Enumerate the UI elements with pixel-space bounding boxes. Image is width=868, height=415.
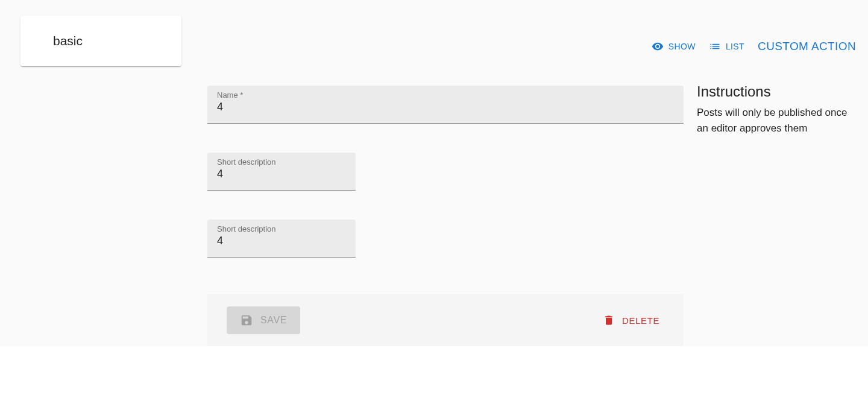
save-button[interactable]: Save xyxy=(227,306,300,334)
delete-button[interactable]: Delete xyxy=(598,311,664,330)
custom-action-button[interactable]: Custom Action xyxy=(753,36,861,57)
short-desc-field-wrap-1: Short description xyxy=(207,153,356,191)
short-desc-label-2: Short description xyxy=(217,224,276,233)
list-button[interactable]: List xyxy=(704,37,749,56)
bottom-spacer xyxy=(0,346,868,415)
instructions-body: Posts will only be published once an edi… xyxy=(697,105,854,136)
instructions-heading: Instructions xyxy=(697,83,854,100)
custom-action-label: Custom Action xyxy=(758,40,856,53)
basic-card: basic xyxy=(20,16,181,66)
short-desc-input-1[interactable] xyxy=(217,168,346,180)
eye-icon xyxy=(652,40,664,52)
short-desc-field-1[interactable]: Short description xyxy=(207,153,356,191)
name-input[interactable] xyxy=(217,101,674,113)
trash-icon xyxy=(603,314,615,326)
short-desc-label-1: Short description xyxy=(217,157,276,166)
save-icon xyxy=(240,314,253,327)
list-button-label: List xyxy=(726,42,744,51)
list-icon xyxy=(709,40,721,52)
short-desc-field-wrap-2: Short description xyxy=(207,220,356,258)
save-button-label: Save xyxy=(260,315,287,326)
show-button[interactable]: Show xyxy=(647,37,700,56)
name-field-label: Name * xyxy=(217,90,243,100)
basic-card-title: basic xyxy=(53,34,83,48)
instructions-aside: Instructions Posts will only be publishe… xyxy=(697,83,854,136)
show-button-label: Show xyxy=(668,42,696,51)
top-toolbar: Show List Custom Action xyxy=(647,36,861,57)
name-field-wrap: Name * xyxy=(207,86,684,124)
short-desc-input-2[interactable] xyxy=(217,235,346,247)
name-field[interactable]: Name * xyxy=(207,86,684,124)
form-panel: Name * Short description Short descripti… xyxy=(207,86,684,287)
action-bar: Save Delete xyxy=(207,294,684,347)
delete-button-label: Delete xyxy=(622,315,659,326)
short-desc-field-2[interactable]: Short description xyxy=(207,220,356,258)
